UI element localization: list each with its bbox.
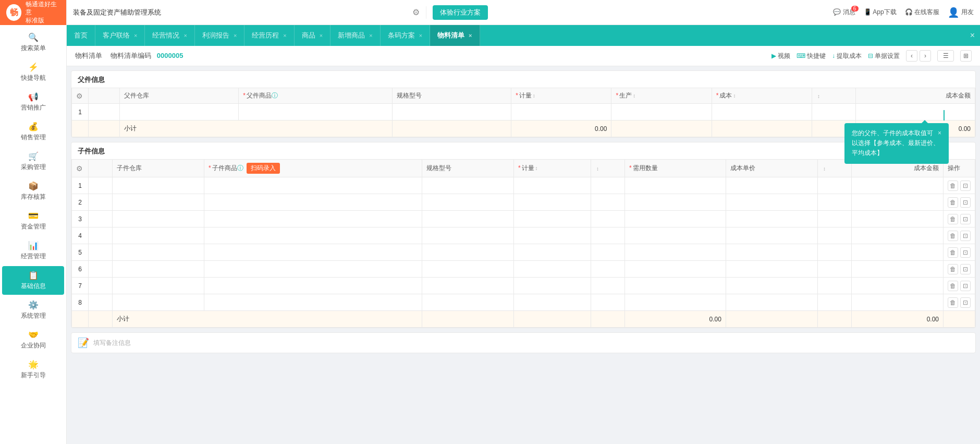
close-tab-new-goods[interactable]: × [369,32,372,39]
online-service-link[interactable]: 🎧 在线客服 [905,8,939,17]
delete-btn-1[interactable]: 🗑 [948,181,958,191]
tab-profit[interactable]: 利润报告 × [195,25,244,46]
child-cell-unit-price-2[interactable] [726,194,817,211]
single-settings-action[interactable]: ⊟ 单据设置 [868,52,900,61]
child-cell-product-2[interactable] [204,194,422,211]
user-avatar[interactable]: 👤 用友 [948,7,974,18]
child-cell-unit-4[interactable] [513,227,591,244]
next-arrow[interactable]: › [920,50,931,62]
delete-btn-5[interactable]: 🗑 [948,247,958,258]
sidebar-item-purchase[interactable]: 🛒 采购管理 [2,147,64,176]
prev-arrow[interactable]: ‹ [906,50,917,62]
delete-btn-3[interactable]: 🗑 [948,214,958,224]
tab-history[interactable]: 经营历程 × [244,25,294,46]
child-cell-warehouse-3[interactable] [113,211,204,227]
child-cell-unit-2[interactable] [513,194,591,211]
copy-btn-6[interactable]: ⊡ [960,264,971,274]
parent-cell-product-1[interactable] [239,104,392,121]
sidebar-item-system[interactable]: ⚙️ 系统管理 [2,296,64,325]
child-cell-product-6[interactable] [204,261,422,278]
child-cell-warehouse-7[interactable] [113,278,204,294]
sidebar-item-enterprise[interactable]: 🤝 企业协同 [2,326,64,354]
delete-btn-2[interactable]: 🗑 [948,197,958,208]
child-cell-qty-3[interactable] [624,211,726,227]
child-cell-product-3[interactable] [204,211,422,227]
copy-btn-8[interactable]: ⊡ [960,297,971,308]
close-tab-profit[interactable]: × [234,32,237,39]
delete-btn-8[interactable]: 🗑 [948,297,958,308]
close-tab-goods[interactable]: × [320,32,323,39]
tab-business[interactable]: 经营情况 × [145,25,194,46]
child-cell-spec-4[interactable] [422,227,513,244]
parent-cell-spec-1[interactable] [392,104,511,121]
copy-btn-1[interactable]: ⊡ [960,181,971,191]
app-download-link[interactable]: 📱 App下载 [864,8,897,17]
child-cell-qty-5[interactable] [624,244,726,261]
copy-btn-7[interactable]: ⊡ [960,281,971,291]
expand-btn[interactable]: ⊞ [960,50,972,62]
tooltip-close-btn[interactable]: × [938,128,941,138]
child-cell-qty-7[interactable] [624,278,726,294]
child-cell-product-1[interactable] [204,177,422,194]
child-cell-unit-price-3[interactable] [726,211,817,227]
sidebar-item-marketing[interactable]: 📢 营销推广 [2,88,64,116]
parent-cell-unit-1[interactable] [511,104,611,121]
child-cell-unit-price-4[interactable] [726,227,817,244]
child-grid-settings-icon[interactable]: ⚙ [76,164,83,173]
extract-cost-action[interactable]: ↓ 提取成本 [832,52,862,61]
child-cell-spec-2[interactable] [422,194,513,211]
grid-settings-icon[interactable]: ⚙ [76,92,83,100]
child-cell-qty-2[interactable] [624,194,726,211]
tab-barcode[interactable]: 条码方案 × [381,25,430,46]
close-tab-bom[interactable]: × [469,32,472,39]
parent-cell-warehouse-1[interactable] [119,104,239,121]
sidebar-item-finance[interactable]: 💳 资金管理 [2,207,64,235]
delete-btn-6[interactable]: 🗑 [948,264,958,274]
parent-cell-cost-1[interactable] [712,104,812,121]
child-cell-unit-price-6[interactable] [726,261,817,278]
sidebar-item-quick-nav[interactable]: ⚡ 快捷导航 [2,58,64,87]
sidebar-item-operations[interactable]: 📊 经营管理 [2,236,64,265]
parent-cell-production-1[interactable] [611,104,712,121]
child-cell-product-7[interactable] [204,278,422,294]
close-tab-barcode[interactable]: × [419,32,422,39]
message-badge[interactable]: 💬 消息 6 [833,8,855,17]
close-tab-customer[interactable]: × [134,32,137,39]
child-cell-unit-price-5[interactable] [726,244,817,261]
child-cell-spec-1[interactable] [422,177,513,194]
delete-btn-7[interactable]: 🗑 [948,281,958,291]
copy-btn-2[interactable]: ⊡ [960,197,971,208]
child-cell-product-8[interactable] [204,294,422,311]
sidebar-item-basic-info[interactable]: 📋 基础信息 [2,266,64,295]
child-cell-qty-4[interactable] [624,227,726,244]
child-cell-warehouse-2[interactable] [113,194,204,211]
child-cell-unit-price-8[interactable] [726,294,817,311]
child-cell-spec-5[interactable] [422,244,513,261]
child-cell-unit-6[interactable] [513,261,591,278]
tab-goods[interactable]: 商品 × [295,25,330,46]
child-cell-warehouse-1[interactable] [113,177,204,194]
sidebar-item-guide[interactable]: 🌟 新手引导 [2,355,64,384]
tab-customer[interactable]: 客户联络 × [95,25,145,46]
tab-home[interactable]: 首页 [67,25,95,46]
experience-btn[interactable]: 体验行业方案 [433,5,488,20]
scan-input-btn[interactable]: 扫码录入 [247,163,280,174]
child-cell-qty-1[interactable] [624,177,726,194]
copy-btn-4[interactable]: ⊡ [960,231,971,241]
child-cell-warehouse-5[interactable] [113,244,204,261]
child-cell-unit-5[interactable] [513,244,591,261]
child-cell-spec-6[interactable] [422,261,513,278]
child-cell-warehouse-4[interactable] [113,227,204,244]
gear-icon[interactable]: ⚙ [412,7,420,17]
child-cell-qty-8[interactable] [624,294,726,311]
child-cell-unit-7[interactable] [513,278,591,294]
child-cell-unit-1[interactable] [513,177,591,194]
child-cell-unit-3[interactable] [513,211,591,227]
close-tab-business[interactable]: × [183,32,187,39]
sidebar-item-inventory[interactable]: 📦 库存核算 [2,177,64,206]
child-cell-product-4[interactable] [204,227,422,244]
view-action[interactable]: ▶ 视频 [771,52,790,61]
sidebar-item-sales[interactable]: 💰 销售管理 [2,117,64,146]
child-cell-warehouse-6[interactable] [113,261,204,278]
sidebar-item-search[interactable]: 🔍 搜索菜单 [2,28,64,57]
